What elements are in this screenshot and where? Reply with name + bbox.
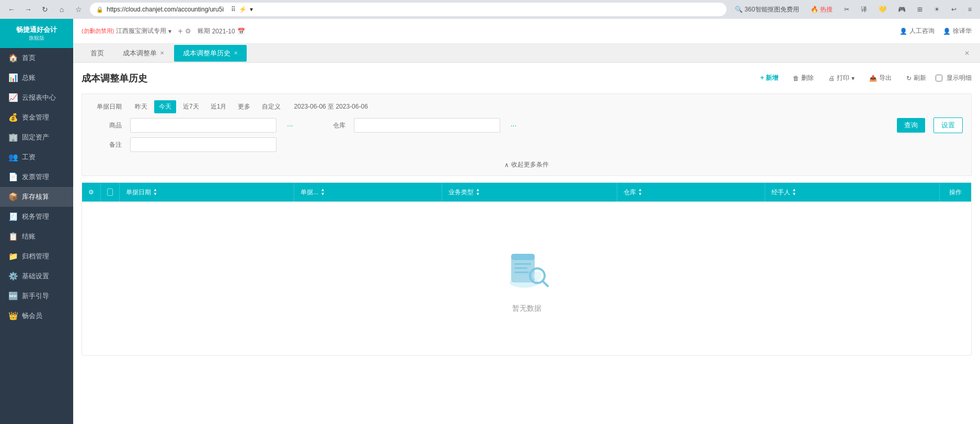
forward-button[interactable]: → bbox=[21, 2, 36, 17]
funds-icon: 💰 bbox=[8, 113, 18, 122]
header-checkbox[interactable] bbox=[107, 189, 113, 196]
company-settings-icon[interactable]: ⚙ bbox=[185, 27, 191, 35]
warehouse-filter-input[interactable] bbox=[354, 118, 500, 133]
th-type-sort-icon: ▲▼ bbox=[476, 188, 480, 196]
company-selector[interactable]: (勿删勿禁用) 江西服宝测试专用 ▾ + ⚙ bbox=[82, 27, 191, 36]
settings-icon: ⚙️ bbox=[8, 272, 18, 281]
reload-button[interactable]: ↻ bbox=[38, 2, 52, 17]
th-settings[interactable]: ⚙ bbox=[82, 183, 101, 202]
nav-item-membership[interactable]: 👑 畅会员 bbox=[0, 306, 73, 326]
date-btn-yesterday[interactable]: 昨天 bbox=[130, 100, 152, 113]
svg-point-8 bbox=[533, 272, 541, 280]
assets-icon: 🏢 bbox=[8, 133, 18, 142]
nav-item-invoices[interactable]: 📄 发票管理 bbox=[0, 167, 73, 187]
dropdown-icon: ▾ bbox=[250, 6, 253, 13]
home-icon: 🏠 bbox=[8, 53, 18, 63]
print-icon: 🖨 bbox=[828, 75, 835, 82]
goods-filter-input[interactable] bbox=[130, 118, 276, 133]
scissors-tool[interactable]: ✂ bbox=[840, 4, 854, 15]
print-dropdown-icon: ▾ bbox=[851, 75, 855, 82]
svg-rect-5 bbox=[514, 272, 529, 273]
grid-tool[interactable]: ⊞ bbox=[913, 4, 927, 15]
nav-label-closing: 结账 bbox=[22, 232, 36, 241]
nav-label-tax: 税务管理 bbox=[22, 212, 49, 221]
date-btn-custom[interactable]: 自定义 bbox=[257, 100, 285, 113]
back-button[interactable]: ← bbox=[4, 2, 19, 17]
empty-text: 暂无数据 bbox=[512, 304, 541, 313]
date-btn-1month[interactable]: 近1月 bbox=[206, 100, 232, 113]
app-container: 畅捷通好会计 旗舰版 🏠 首页 📊 总账 📈 云报表中心 💰 资金管理 🏢 固定… bbox=[0, 19, 980, 424]
user-profile-btn[interactable]: 👤 徐译华 bbox=[943, 27, 972, 36]
nav-item-home[interactable]: 🏠 首页 bbox=[0, 48, 73, 68]
filter-row-remark: 备注 bbox=[90, 137, 963, 152]
tab-cost-adjustment-history-close[interactable]: ✕ bbox=[234, 50, 238, 56]
date-btn-7days[interactable]: 近7天 bbox=[178, 100, 204, 113]
tab-cost-adjustment[interactable]: 成本调整单 ✕ bbox=[114, 45, 173, 62]
filter-setting-button[interactable]: 设置 bbox=[933, 117, 963, 133]
nav-label-inventory: 库存核算 bbox=[22, 192, 49, 202]
hot-search[interactable]: 🔥 热搜 bbox=[806, 4, 837, 16]
nav-item-inventory[interactable]: 📦 库存核算 bbox=[0, 187, 73, 207]
bookmark-button[interactable]: ☆ bbox=[71, 2, 86, 17]
top-bar-right: 👤 人工咨询 👤 徐译华 bbox=[900, 27, 972, 36]
tab-cost-adjustment-close[interactable]: ✕ bbox=[160, 50, 164, 56]
remark-filter-input[interactable] bbox=[130, 137, 276, 152]
nav-item-payroll[interactable]: 👥 工资 bbox=[0, 147, 73, 167]
th-type[interactable]: 业务类型 ▲▼ bbox=[442, 183, 617, 202]
query-button[interactable]: 查询 bbox=[897, 118, 925, 133]
nav-label-invoices: 发票管理 bbox=[22, 172, 49, 182]
period-info: 账期 2021-10 📅 bbox=[198, 27, 245, 36]
nav-item-fixed-assets[interactable]: 🏢 固定资产 bbox=[0, 127, 73, 147]
nav-item-closing[interactable]: 📋 结账 bbox=[0, 227, 73, 246]
home-button[interactable]: ⌂ bbox=[54, 2, 69, 17]
archive-icon: 📁 bbox=[8, 252, 18, 261]
date-btn-today[interactable]: 今天 bbox=[154, 100, 176, 113]
add-company-icon[interactable]: + bbox=[178, 27, 182, 36]
calendar-icon[interactable]: 📅 bbox=[237, 28, 245, 35]
display-toggle-checkbox[interactable] bbox=[936, 75, 942, 81]
history-tool[interactable]: ↩ bbox=[947, 4, 961, 15]
menu-tool[interactable]: ≡ bbox=[964, 4, 976, 15]
tab-home[interactable]: 首页 bbox=[82, 45, 113, 62]
warehouse-more-dots[interactable]: ··· bbox=[511, 121, 517, 129]
new-button[interactable]: + 新增 bbox=[755, 71, 783, 85]
date-btn-more[interactable]: 更多 bbox=[233, 100, 255, 113]
search-tool[interactable]: 🔍 360智能抠图免费用 bbox=[731, 4, 803, 16]
membership-icon: 👑 bbox=[8, 311, 18, 321]
th-bill[interactable]: 单据... ▲▼ bbox=[294, 183, 442, 202]
th-bill-sort-icon: ▲▼ bbox=[320, 188, 325, 196]
nav-item-funds[interactable]: 💰 资金管理 bbox=[0, 108, 73, 127]
close-all-tabs-icon[interactable]: ✕ bbox=[962, 48, 972, 59]
game-tool[interactable]: 🎮 bbox=[894, 4, 910, 15]
th-date[interactable]: 单据日期 ▲▼ bbox=[120, 183, 294, 202]
th-manager[interactable]: 经手人 ▲▼ bbox=[765, 183, 940, 202]
th-date-label: 单据日期 bbox=[126, 188, 151, 197]
nav-item-general-ledger[interactable]: 📊 总账 bbox=[0, 68, 73, 88]
top-bar: (勿删勿禁用) 江西服宝测试专用 ▾ + ⚙ 账期 2021-10 📅 👤 人工… bbox=[73, 19, 980, 44]
display-toggle[interactable]: 显示明细 bbox=[936, 74, 972, 83]
nav-item-settings[interactable]: ⚙️ 基础设置 bbox=[0, 266, 73, 286]
export-button[interactable]: 📤 导出 bbox=[864, 71, 897, 85]
nav-item-reports[interactable]: 📈 云报表中心 bbox=[0, 88, 73, 108]
address-bar[interactable]: 🔒 https://cloud.chanjet.com/accounting/u… bbox=[90, 3, 727, 16]
th-warehouse-sort-icon: ▲▼ bbox=[638, 188, 642, 196]
tab-cost-adjustment-history[interactable]: 成本调整单历史 ✕ bbox=[174, 45, 247, 62]
delete-button[interactable]: 🗑 删除 bbox=[788, 71, 819, 85]
browser-tools: 🔍 360智能抠图免费用 🔥 热搜 ✂ 译 💛 🎮 ⊞ ☀ ↩ ≡ bbox=[731, 4, 976, 16]
theme-tool[interactable]: ☀ bbox=[930, 4, 944, 15]
wallet-tool[interactable]: 💛 bbox=[874, 4, 891, 15]
print-button[interactable]: 🖨 打印 ▾ bbox=[823, 71, 860, 85]
collapse-button[interactable]: ∧ 收起更多条件 bbox=[504, 160, 549, 169]
th-checkbox[interactable] bbox=[101, 183, 120, 202]
translate-tool[interactable]: 译 bbox=[857, 4, 871, 16]
th-warehouse[interactable]: 仓库 ▲▼ bbox=[617, 183, 765, 202]
refresh-button[interactable]: ↻ 刷新 bbox=[901, 71, 931, 85]
nav-item-archive[interactable]: 📁 归档管理 bbox=[0, 246, 73, 266]
nav-item-tax[interactable]: 🧾 税务管理 bbox=[0, 207, 73, 227]
nav-item-new-guide[interactable]: 🆕 新手引导 bbox=[0, 286, 73, 306]
goods-more-dots[interactable]: ··· bbox=[287, 121, 293, 129]
tax-icon: 🧾 bbox=[8, 212, 18, 221]
service-label: 人工咨询 bbox=[909, 27, 935, 36]
customer-service-btn[interactable]: 👤 人工咨询 bbox=[900, 27, 935, 36]
th-type-label: 业务类型 bbox=[448, 188, 474, 197]
